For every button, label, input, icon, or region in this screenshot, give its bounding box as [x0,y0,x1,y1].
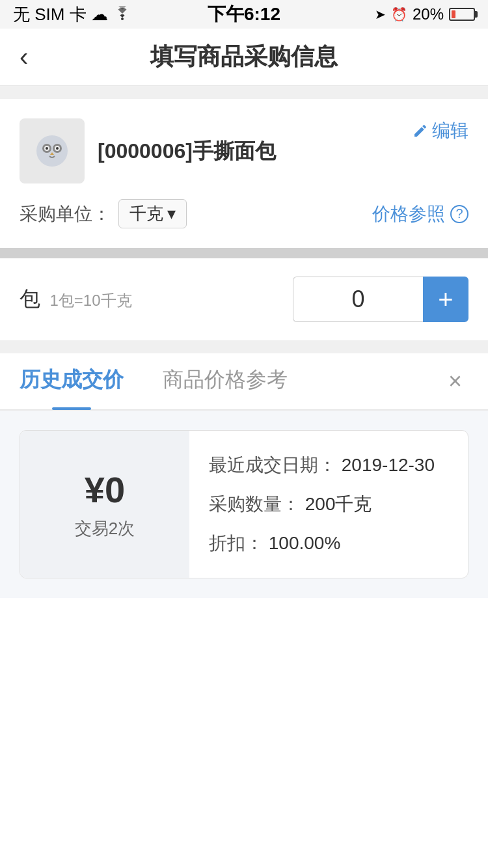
product-left: [0000006]手撕面包 [20,118,276,183]
wifi-icon [113,5,131,25]
status-right: ➤ ⏰ 20% [375,5,475,23]
battery-icon [449,8,475,21]
tab-panel: 历史成交价 商品价格参考 × ¥0 交易2次 最近成交日期： 2019-12-3… [0,353,488,598]
quantity-input-area: 0 + [293,277,468,322]
svg-point-1 [36,135,68,167]
edit-label: 编辑 [432,118,468,143]
card-price-summary: ¥0 交易2次 [20,431,189,578]
discount-value: 100.00% [269,533,341,553]
product-image [20,118,85,183]
purchase-qty-label: 采购数量： [209,494,300,514]
tab-close-button[interactable]: × [442,361,468,401]
svg-point-6 [46,147,48,150]
status-bar: 无 SIM 卡 ☁ 下午6:12 ➤ ⏰ 20% [0,0,488,29]
bottom-whitespace [0,598,488,868]
unit-label: 采购单位： [20,202,111,226]
header: ‹ 填写商品采购信息 [0,29,488,86]
trade-count: 交易2次 [75,517,135,540]
product-bottom: 采购单位： 千克 ▾ 价格参照 ? [20,199,468,228]
price-reference-button[interactable]: 价格参照 ? [372,202,468,226]
purchase-qty-row: 采购数量： 200千克 [209,491,448,518]
edit-button[interactable]: 编辑 [413,118,468,143]
unit-select[interactable]: 千克 ▾ [118,199,187,228]
purchase-qty-value: 200千克 [305,494,372,514]
recent-date-row: 最近成交日期： 2019-12-30 [209,452,448,479]
status-left: 无 SIM 卡 ☁ [13,3,131,26]
tab-history-price-label: 历史成交价 [20,366,124,394]
unit-value: 千克 [129,202,163,225]
product-name: [0000006]手撕面包 [98,137,276,166]
tab-history-price[interactable]: 历史成交价 [20,353,124,410]
package-equality: 1包=10千克 [49,292,131,309]
tab-product-price-label: 商品价格参考 [163,366,288,394]
alarm-icon: ⏰ [391,7,407,22]
help-icon: ? [450,205,468,223]
card-content: ¥0 交易2次 最近成交日期： 2019-12-30 采购数量： 200千克 折… [0,411,488,598]
back-button[interactable]: ‹ [20,42,34,72]
status-time: 下午6:12 [208,2,280,27]
price-display: ¥0 [85,468,125,511]
price-ref-label: 价格参照 [372,202,445,226]
recent-date-value: 2019-12-30 [342,455,435,475]
gray-divider [0,248,488,258]
location-icon: ➤ [375,7,386,22]
package-label: 包 [20,287,40,310]
card-details: 最近成交日期： 2019-12-30 采购数量： 200千克 折扣： 100.0… [189,431,468,578]
tab-product-price[interactable]: 商品价格参考 [163,353,288,410]
svg-point-7 [56,147,59,150]
quantity-label-area: 包 1包=10千克 [20,285,132,314]
dropdown-arrow-icon: ▾ [167,204,176,224]
recent-date-label: 最近成交日期： [209,455,336,475]
svg-point-0 [121,18,124,20]
tab-header: 历史成交价 商品价格参考 × [0,353,488,411]
no-sim-text: 无 SIM 卡 ☁ [13,3,108,26]
product-top: [0000006]手撕面包 编辑 [20,118,468,183]
product-card: [0000006]手撕面包 编辑 采购单位： 千克 ▾ 价格参照 ? [0,99,488,248]
quantity-plus-button[interactable]: + [423,277,468,322]
unit-section: 采购单位： 千克 ▾ [20,199,187,228]
discount-row: 折扣： 100.00% [209,530,448,557]
discount-label: 折扣： [209,533,264,553]
history-card: ¥0 交易2次 最近成交日期： 2019-12-30 采购数量： 200千克 折… [20,430,468,578]
quantity-section: 包 1包=10千克 0 + [0,258,488,340]
battery-percent: 20% [413,5,444,23]
tab-items: 历史成交价 商品价格参考 [20,353,288,410]
page-title: 填写商品采购信息 [150,41,338,73]
quantity-field[interactable]: 0 [293,277,423,322]
